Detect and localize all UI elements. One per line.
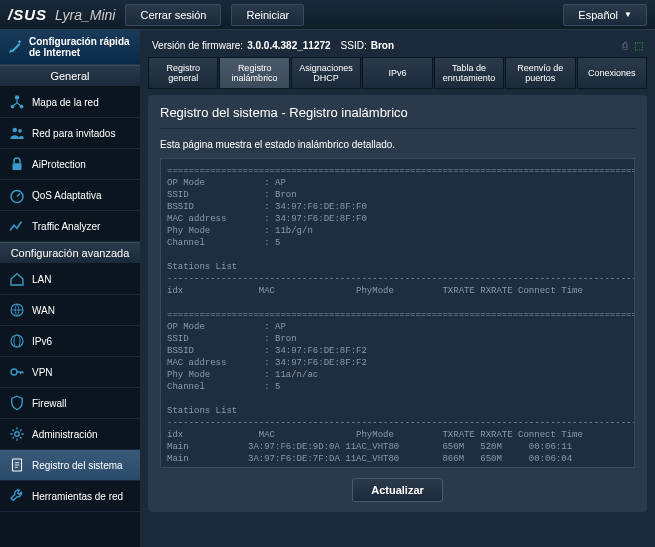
shield-icon [8,394,26,412]
tab-ipv6[interactable]: IPv6 [362,57,432,89]
sidebar-item-label: LAN [32,274,51,285]
sub-tabs: Registro general Registro inalámbrico As… [148,57,647,89]
magic-wand-icon [6,38,24,56]
sidebar-item-label: Traffic Analyzer [32,221,100,232]
usb-status-icon[interactable]: ⎙ [622,40,628,51]
tab-routing[interactable]: Tabla de enrutamiento [434,57,504,89]
sidebar-item-label: AiProtection [32,159,86,170]
svg-point-9 [14,335,20,347]
sidebar-item-traffic[interactable]: Traffic Analyzer [0,211,140,242]
quick-setup-label: Configuración rápida de Internet [29,36,134,58]
internet-status-icon[interactable]: ⬚ [634,40,643,51]
wrench-icon [8,487,26,505]
sidebar-item-syslog[interactable]: Registro del sistema [0,450,140,481]
sidebar: Configuración rápida de Internet General… [0,30,140,547]
tab-connections[interactable]: Conexiones [577,57,647,89]
firmware-label: Versión de firmware: [152,40,243,51]
globe-icon [8,332,26,350]
sidebar-item-ipv6[interactable]: IPv6 [0,326,140,357]
key-icon [8,363,26,381]
svg-point-0 [15,95,20,100]
svg-point-3 [13,128,18,133]
tab-dhcp[interactable]: Asignaciones DHCP [291,57,361,89]
sidebar-item-networkmap[interactable]: Mapa de la red [0,87,140,118]
quick-setup-button[interactable]: Configuración rápida de Internet [0,30,140,65]
firmware-value[interactable]: 3.0.0.4.382_11272 [247,40,330,51]
svg-point-8 [11,335,23,347]
sidebar-item-guest[interactable]: Red para invitados [0,118,140,149]
reboot-button[interactable]: Reiniciar [231,4,304,26]
panel-description: Esta página muestra el estado inalámbric… [160,129,635,158]
tab-wireless-log[interactable]: Registro inalámbrico [219,57,289,89]
sidebar-item-qos[interactable]: QoS Adaptativa [0,180,140,211]
log-panel: Registro del sistema - Registro inalámbr… [148,95,647,512]
document-icon [8,456,26,474]
globe-icon [8,301,26,319]
sidebar-item-label: WAN [32,305,55,316]
language-label: Español [578,9,618,21]
sidebar-item-label: Mapa de la red [32,97,99,108]
network-icon [8,93,26,111]
refresh-button[interactable]: Actualizar [352,478,443,502]
sidebar-item-label: IPv6 [32,336,52,347]
sidebar-item-aiprotection[interactable]: AiProtection [0,149,140,180]
wireless-log-output[interactable]: ========================================… [160,158,635,468]
gear-icon [8,425,26,443]
tab-general-log[interactable]: Registro general [148,57,218,89]
ssid-value: Bron [371,40,394,51]
sidebar-item-label: Red para invitados [32,128,115,139]
chart-icon [8,217,26,235]
sidebar-item-label: Herramientas de red [32,491,123,502]
product-name: Lyra_Mini [55,7,115,23]
svg-point-11 [15,432,20,437]
ssid-label: SSID: [341,40,367,51]
header-bar: /SUS Lyra_Mini Cerrar sesión Reiniciar E… [0,0,655,30]
sidebar-item-label: Administración [32,429,98,440]
firmware-line: Versión de firmware: 3.0.0.4.382_11272 S… [148,38,647,57]
language-selector[interactable]: Español ▼ [553,4,647,26]
sidebar-item-label: QoS Adaptativa [32,190,102,201]
sidebar-item-wan[interactable]: WAN [0,295,140,326]
section-general: General [0,65,140,87]
lock-icon [8,155,26,173]
sidebar-item-firewall[interactable]: Firewall [0,388,140,419]
sidebar-item-label: VPN [32,367,53,378]
people-icon [8,124,26,142]
sidebar-item-vpn[interactable]: VPN [0,357,140,388]
sidebar-item-nettools[interactable]: Herramientas de red [0,481,140,512]
panel-title: Registro del sistema - Registro inalámbr… [160,105,635,129]
sidebar-item-label: Registro del sistema [32,460,123,471]
section-advanced: Configuración avanzada [0,242,140,264]
chevron-down-icon: ▼ [624,10,632,19]
brand-logo: /SUS [8,6,47,23]
sidebar-item-admin[interactable]: Administración [0,419,140,450]
sidebar-item-label: Firewall [32,398,66,409]
gauge-icon [8,186,26,204]
svg-rect-5 [13,163,22,170]
home-icon [8,270,26,288]
content-area: Versión de firmware: 3.0.0.4.382_11272 S… [140,30,655,547]
svg-point-10 [11,369,17,375]
sidebar-item-lan[interactable]: LAN [0,264,140,295]
svg-point-4 [18,129,22,133]
logout-button[interactable]: Cerrar sesión [125,4,221,26]
tab-portforward[interactable]: Reenvío de puertos [505,57,575,89]
